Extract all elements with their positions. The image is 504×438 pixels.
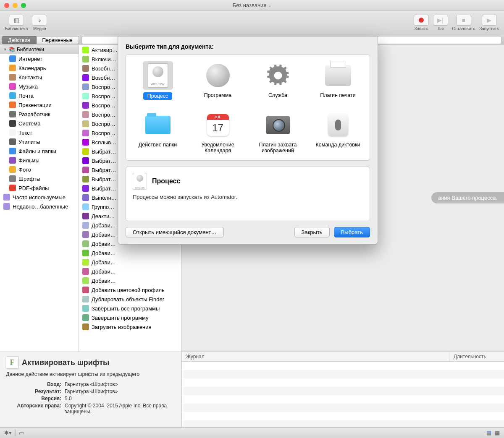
action-item[interactable]: Добави… <box>79 248 181 258</box>
list-view-icon[interactable]: ▤ <box>486 430 491 436</box>
action-label: Завершить программу <box>92 315 149 321</box>
tab-variables[interactable]: Переменные <box>37 36 79 44</box>
action-label: Воспро… <box>92 121 116 127</box>
library-button[interactable]: ▥ Библиотека <box>5 15 28 31</box>
sidebar-item[interactable]: Фильмы <box>0 156 79 165</box>
action-item[interactable]: Загрузить изображения <box>79 322 181 331</box>
chevron-down-icon[interactable]: ⌄ <box>268 3 271 8</box>
doc-type-microphone[interactable]: Команда диктовки <box>310 109 366 155</box>
action-icon <box>82 148 89 155</box>
doc-type-folder[interactable]: Действие папки <box>129 109 186 155</box>
media-button[interactable]: ♪ Медиа <box>32 15 47 31</box>
sidebar-item[interactable]: Презентации <box>0 100 79 110</box>
doc-type-label: Команда диктовки <box>316 142 360 148</box>
panel-icon: ▥ <box>9 15 24 26</box>
category-icon <box>9 129 16 136</box>
info-title: F Активировать шрифты <box>6 356 176 369</box>
action-item[interactable]: Завершить все программы <box>79 304 181 313</box>
sidebar-item[interactable]: Интернет <box>0 54 79 63</box>
sidebar-item[interactable]: Файлы и папки <box>0 146 79 156</box>
log-col-journal[interactable]: Журнал <box>182 352 449 361</box>
sidebar-header[interactable]: ▼ 📚 Библиотеки <box>0 45 79 54</box>
log-col-duration[interactable]: Длительность <box>449 352 504 361</box>
sidebar-item[interactable]: Разработчик <box>0 110 79 119</box>
action-icon <box>82 102 89 109</box>
category-icon <box>9 55 16 62</box>
sidebar-item[interactable]: Музыка <box>0 82 79 91</box>
action-icon <box>82 93 89 99</box>
sidebar-item[interactable]: PDF-файлы <box>0 183 79 193</box>
maximize-icon[interactable] <box>21 3 26 8</box>
info-panel: F Активировать шрифты Данное действие ак… <box>0 352 181 427</box>
sidebar-item-label: Система <box>18 120 40 127</box>
action-item[interactable]: Добавить цветовой профиль <box>79 285 181 295</box>
statusbar: ✱▾ ▭ ▤ ▦ <box>0 427 504 438</box>
doc-type-gear[interactable]: Служба <box>249 60 306 102</box>
choose-button[interactable]: Выбрать <box>334 227 370 237</box>
grid-view-icon[interactable]: ▦ <box>495 430 500 436</box>
dialog-heading: Выберите тип для документа: <box>126 43 370 50</box>
gear-menu-icon[interactable]: ✱▾ <box>4 430 12 436</box>
sidebar-item[interactable]: Контакты <box>0 73 79 82</box>
sidebar-item-label: Текст <box>18 130 32 136</box>
sidebar-item[interactable]: Фото <box>0 165 79 174</box>
sidebar-item-label: Шрифты <box>18 176 40 182</box>
doc-type-label: Служба <box>268 92 287 98</box>
printer-icon <box>323 61 353 90</box>
action-icon <box>82 74 89 81</box>
doc-type-camera[interactable]: Плагин захвата изображений <box>249 109 306 155</box>
category-icon <box>9 74 16 81</box>
run-button[interactable]: ▶ Запустить <box>479 15 499 31</box>
close-icon[interactable] <box>4 3 9 8</box>
action-icon <box>82 111 89 118</box>
dialog-buttons: Открыть имеющийся документ… Закрыть Выбр… <box>126 227 370 237</box>
open-existing-button[interactable]: Открыть имеющийся документ… <box>126 227 224 237</box>
sidebar-item[interactable]: Шрифты <box>0 174 79 183</box>
doc-type-printer[interactable]: Плагин печати <box>310 60 366 102</box>
play-icon: ▶ <box>482 15 497 26</box>
category-icon <box>9 120 16 127</box>
action-item[interactable]: Добави… <box>79 258 181 267</box>
close-button[interactable]: Закрыть <box>294 227 330 237</box>
titlebar: Без названия ⌄ <box>0 0 504 11</box>
minimize-icon[interactable] <box>13 3 18 8</box>
sidebar-item[interactable]: Система <box>0 119 79 128</box>
action-label: Включи… <box>92 56 116 63</box>
doc-type-robot[interactable]: Программа <box>189 60 246 102</box>
action-label: Дублировать объекты Finder <box>92 296 164 302</box>
action-icon <box>82 268 89 275</box>
log-header: Журнал Длительность <box>182 352 504 362</box>
sidebar-smart-item[interactable]: Недавно…бавленные <box>0 202 79 211</box>
action-item[interactable]: Добави… <box>79 267 181 276</box>
record-button[interactable]: Запись <box>414 15 429 31</box>
title-text: Без названия <box>233 2 267 8</box>
action-item[interactable]: Добави… <box>79 276 181 285</box>
category-icon <box>9 157 16 164</box>
doc-type-wflow-doc[interactable]: WFLOWПроцесс <box>129 60 186 102</box>
step-icon: ▶| <box>433 15 448 26</box>
info-description: Данное действие активирует шрифты из пре… <box>6 371 176 377</box>
sidebar-item[interactable]: Утилиты <box>0 137 79 146</box>
action-label: Завершить все программы <box>92 305 160 312</box>
category-icon <box>9 102 16 108</box>
tab-actions[interactable]: Действия <box>2 36 37 44</box>
sidebar-smart-item[interactable]: Часто используемые <box>0 193 79 202</box>
doc-type-label: Уведомление Календаря <box>191 142 244 154</box>
category-icon <box>9 175 16 182</box>
category-icon <box>9 65 16 71</box>
sidebar-item[interactable]: Почта <box>0 91 79 100</box>
sidebar-item[interactable]: Календарь <box>0 63 79 73</box>
step-button[interactable]: ▶| Шаг <box>433 15 448 31</box>
category-icon <box>9 92 16 99</box>
doc-type-calendar[interactable]: JUL17Уведомление Календаря <box>189 109 246 155</box>
stop-button[interactable]: ■ Остановить <box>452 15 475 31</box>
log-body <box>182 362 504 427</box>
info-title-text: Активировать шрифты <box>22 358 110 367</box>
sidebar-list: ИнтернетКалендарьКонтактыМузыкаПочтаПрез… <box>0 54 79 211</box>
action-label: Добави… <box>92 232 116 238</box>
flow-view-icon[interactable]: ▭ <box>19 430 24 436</box>
wflow-doc-icon: WFLOW <box>133 173 147 190</box>
action-item[interactable]: Завершить программу <box>79 313 181 322</box>
sidebar-item[interactable]: Текст <box>0 128 79 137</box>
action-item[interactable]: Дублировать объекты Finder <box>79 295 181 304</box>
